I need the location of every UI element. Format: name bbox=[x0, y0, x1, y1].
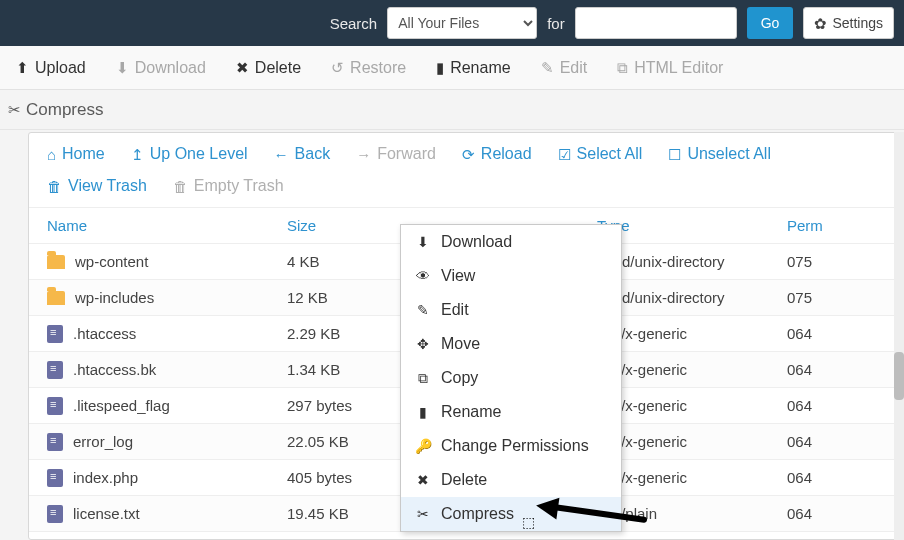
cell-perm: 075 bbox=[787, 289, 857, 306]
ctx-move[interactable]: ✥Move bbox=[401, 327, 621, 361]
cell-type: text/x-generic bbox=[597, 469, 787, 486]
restore-icon: ↺ bbox=[331, 60, 344, 75]
cell-perm: 064 bbox=[787, 361, 857, 378]
for-label: for bbox=[547, 15, 565, 32]
download-icon: ⬇ bbox=[116, 60, 129, 75]
nav-forward-label: Forward bbox=[377, 145, 436, 163]
upload-label: Upload bbox=[35, 59, 86, 77]
scrollbar-thumb[interactable] bbox=[894, 352, 904, 400]
delete-label: Delete bbox=[255, 59, 301, 77]
folder-icon bbox=[47, 291, 65, 305]
forward-icon: → bbox=[356, 147, 371, 162]
cell-perm: 064 bbox=[787, 397, 857, 414]
search-filter-select[interactable]: All Your Files bbox=[387, 7, 537, 39]
back-icon: ← bbox=[274, 147, 289, 162]
ctx-delete-label: Delete bbox=[441, 471, 487, 489]
ctx-edit[interactable]: ✎Edit bbox=[401, 293, 621, 327]
nav-row: ⌂Home ↥Up One Level ←Back →Forward ⟳Relo… bbox=[29, 133, 897, 208]
reload-icon: ⟳ bbox=[462, 147, 475, 162]
download-button[interactable]: ⬇Download bbox=[116, 59, 206, 77]
col-name-header[interactable]: Name bbox=[47, 217, 287, 234]
download-icon: ⬇ bbox=[415, 234, 431, 250]
restore-button[interactable]: ↺Restore bbox=[331, 59, 406, 77]
cell-type: httpd/unix-directory bbox=[597, 253, 787, 270]
col-type-header[interactable]: Type bbox=[597, 217, 787, 234]
upload-button[interactable]: ⬆Upload bbox=[16, 59, 86, 77]
ctx-copy-label: Copy bbox=[441, 369, 478, 387]
trash-icon: 🗑 bbox=[47, 179, 62, 194]
ctx-download-label: Download bbox=[441, 233, 512, 251]
nav-empty-trash-label: Empty Trash bbox=[194, 177, 284, 195]
nav-up-label: Up One Level bbox=[150, 145, 248, 163]
html-editor-label: HTML Editor bbox=[634, 59, 723, 77]
nav-up[interactable]: ↥Up One Level bbox=[131, 145, 248, 163]
search-input[interactable] bbox=[575, 7, 737, 39]
edit-button[interactable]: ✎Edit bbox=[541, 59, 588, 77]
file-icon bbox=[47, 469, 63, 487]
file-icon bbox=[47, 433, 63, 451]
nav-view-trash[interactable]: 🗑View Trash bbox=[47, 177, 147, 195]
ctx-edit-label: Edit bbox=[441, 301, 469, 319]
ctx-move-label: Move bbox=[441, 335, 480, 353]
file-name: license.txt bbox=[73, 505, 140, 522]
file-icon bbox=[47, 505, 63, 523]
ctx-change-permissions[interactable]: 🔑Change Permissions bbox=[401, 429, 621, 463]
ctx-compress-label: Compress bbox=[441, 505, 514, 523]
cell-perm: 064 bbox=[787, 325, 857, 342]
delete-button[interactable]: ✖Delete bbox=[236, 59, 301, 77]
cell-type: text/x-generic bbox=[597, 325, 787, 342]
ctx-view[interactable]: 👁View bbox=[401, 259, 621, 293]
cell-name: .htaccess.bk bbox=[47, 361, 287, 379]
cell-type: text/x-generic bbox=[597, 433, 787, 450]
nav-select-all[interactable]: ☑Select All bbox=[558, 145, 643, 163]
go-button[interactable]: Go bbox=[747, 7, 794, 39]
nav-forward[interactable]: →Forward bbox=[356, 145, 436, 163]
key-icon: 🔑 bbox=[415, 438, 431, 454]
ctx-delete[interactable]: ✖Delete bbox=[401, 463, 621, 497]
cell-type: text/x-generic bbox=[597, 361, 787, 378]
folder-icon bbox=[47, 255, 65, 269]
select-all-icon: ☑ bbox=[558, 147, 571, 162]
ctx-copy[interactable]: ⧉Copy bbox=[401, 361, 621, 395]
nav-empty-trash[interactable]: 🗑Empty Trash bbox=[173, 177, 284, 195]
nav-view-trash-label: View Trash bbox=[68, 177, 147, 195]
cell-name: error_log bbox=[47, 433, 287, 451]
move-icon: ✥ bbox=[415, 336, 431, 352]
file-name: wp-content bbox=[75, 253, 148, 270]
file-name: .htaccess.bk bbox=[73, 361, 156, 378]
unselect-all-icon: ☐ bbox=[668, 147, 681, 162]
nav-home[interactable]: ⌂Home bbox=[47, 145, 105, 163]
cell-perm: 064 bbox=[787, 433, 857, 450]
scrollbar-track[interactable] bbox=[894, 132, 904, 540]
html-editor-button[interactable]: ⧉HTML Editor bbox=[617, 59, 723, 77]
compress-button[interactable]: Compress bbox=[26, 100, 103, 120]
cell-type: httpd/unix-directory bbox=[597, 289, 787, 306]
cell-perm: 064 bbox=[787, 505, 857, 522]
nav-unselect-all[interactable]: ☐Unselect All bbox=[668, 145, 771, 163]
ctx-rename[interactable]: ▮Rename bbox=[401, 395, 621, 429]
file-icon bbox=[47, 325, 63, 343]
search-label: Search bbox=[330, 15, 378, 32]
cell-perm: 064 bbox=[787, 469, 857, 486]
ctx-download[interactable]: ⬇Download bbox=[401, 225, 621, 259]
cell-name: .htaccess bbox=[47, 325, 287, 343]
gear-icon: ✿ bbox=[814, 16, 827, 31]
nav-reload-label: Reload bbox=[481, 145, 532, 163]
sub-toolbar: ✂ Compress bbox=[0, 90, 904, 130]
settings-button[interactable]: ✿ Settings bbox=[803, 7, 894, 39]
col-perm-header[interactable]: Perm bbox=[787, 217, 857, 234]
edit-label: Edit bbox=[560, 59, 588, 77]
nav-back[interactable]: ←Back bbox=[274, 145, 331, 163]
rename-label: Rename bbox=[450, 59, 510, 77]
rename-button[interactable]: ▮Rename bbox=[436, 59, 510, 77]
nav-reload[interactable]: ⟳Reload bbox=[462, 145, 532, 163]
compress-icon: ✂ bbox=[415, 506, 431, 522]
cell-name: license.txt bbox=[47, 505, 287, 523]
file-name: index.php bbox=[73, 469, 138, 486]
restore-label: Restore bbox=[350, 59, 406, 77]
cell-perm: 075 bbox=[787, 253, 857, 270]
cell-name: wp-content bbox=[47, 253, 287, 270]
edit-icon: ✎ bbox=[541, 60, 554, 75]
file-name: .htaccess bbox=[73, 325, 136, 342]
ctx-view-label: View bbox=[441, 267, 475, 285]
